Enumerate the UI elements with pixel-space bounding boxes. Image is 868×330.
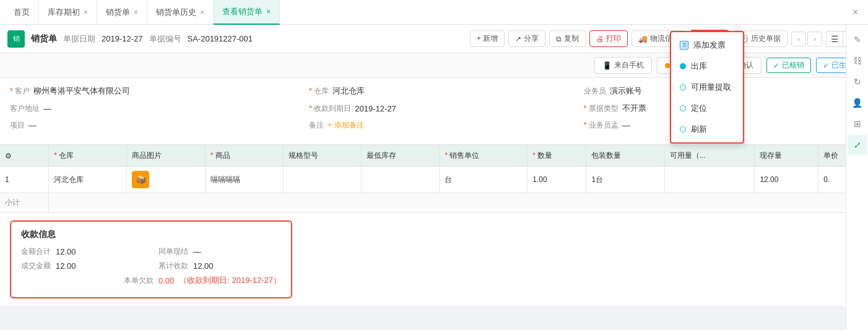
tab-sales-close[interactable]: × <box>134 8 138 17</box>
locate-item[interactable]: 定位 <box>671 98 743 119</box>
sidebar-link-button[interactable]: ⛓ <box>848 51 867 71</box>
nav-arrows: ‹ › <box>791 32 822 46</box>
sidebar-edit-button[interactable]: ✎ <box>848 30 867 50</box>
window-close-button[interactable]: × <box>848 7 863 18</box>
tab-view-sales[interactable]: 查看销货单 × <box>214 0 280 25</box>
staff-value: 演示账号 <box>610 85 642 97</box>
subtotal-label-cell: 小计 <box>0 193 49 213</box>
doc-type-label: 销货单 <box>31 33 57 45</box>
phone-icon: 📱 <box>602 61 612 70</box>
cell-image: 📦 <box>127 167 205 193</box>
locate-icon <box>680 105 686 111</box>
date-value: 2019-12-27 <box>102 34 143 43</box>
effective-check-icon: ✓ <box>823 61 829 70</box>
address-label: 客户地址 <box>10 103 40 114</box>
copy-button[interactable]: ⧉ 复制 <box>549 30 586 47</box>
payment-date-value: 2019-12-27 <box>355 104 396 113</box>
add-invoice-item[interactable]: 票 添加发票 <box>671 35 743 56</box>
ticket-type-label: 票据类型 <box>584 103 618 114</box>
transaction-amount-value: 12.00 <box>56 261 76 271</box>
tab-home[interactable]: 首页 <box>5 0 39 25</box>
from-phone-button[interactable]: 📱 来自手机 <box>594 57 652 74</box>
cell-spec <box>283 167 361 193</box>
sidebar-expand-button[interactable]: ⤢ <box>848 135 867 155</box>
sidebar-reload-button[interactable]: ↻ <box>848 72 867 92</box>
note-label: 备注 <box>309 120 324 131</box>
project-label: 项目 <box>10 120 25 131</box>
invoice-icon: 票 <box>680 41 688 50</box>
transaction-amount-label: 成交金额 <box>21 261 51 271</box>
refresh-icon <box>680 126 686 132</box>
cell-no: 1 <box>0 167 49 193</box>
amount-total-value: 12.00 <box>56 247 76 256</box>
list-view-button[interactable]: ☰ <box>826 31 843 47</box>
tab-sales[interactable]: 销货单 × <box>97 0 147 25</box>
sales-staff-label: 业务员盂 <box>584 120 618 131</box>
check-icon: ✓ <box>773 61 779 70</box>
cumulative-value: 12.00 <box>193 261 214 271</box>
cell-warehouse: 河北仓库 <box>49 167 127 193</box>
sales-staff-value: — <box>622 121 630 130</box>
tab-sales-history[interactable]: 销货单历史 × <box>147 0 214 25</box>
col-quantity: 数量 <box>527 145 586 167</box>
orange-dot-icon <box>665 63 670 68</box>
operations-dropdown: 票 添加发票 出库 可用量提取 定位 刷新 <box>670 31 744 144</box>
prev-arrow[interactable]: ‹ <box>791 32 806 46</box>
cumulative-collection-field: 累计收款 12.00 <box>158 261 281 271</box>
next-arrow[interactable]: › <box>807 32 822 46</box>
print-button[interactable]: 🖨 打印 <box>589 30 628 47</box>
table-container: ⚙ 仓库 商品图片 商品 规格型号 最低库存 销售单位 数量 包装数量 可用量（… <box>0 145 868 213</box>
address-field: 客户地址 — <box>10 103 284 114</box>
tab-view-sales-close[interactable]: × <box>266 7 271 16</box>
share-button[interactable]: ↗ 分享 <box>508 30 545 47</box>
note-field: 备注 + 添加备注 <box>309 120 583 131</box>
bottom-section: 收款信息 金额合计 12.00 同单现结 — 成交金额 12.00 累计收款 <box>0 213 868 306</box>
share-icon: ↗ <box>515 35 521 43</box>
sidebar-table-button[interactable]: ⊞ <box>848 114 867 134</box>
payment-date-label: 收款到期日 <box>309 103 351 114</box>
payment-info-panel: 收款信息 金额合计 12.00 同单现结 — 成交金额 12.00 累计收款 <box>10 220 292 298</box>
address-value: — <box>43 104 51 113</box>
customer-field: 客户 柳州粤港平安气体有限公司 <box>10 85 284 97</box>
available-qty-item[interactable]: 可用量提取 <box>671 77 743 98</box>
current-debt-value: 0.00 <box>158 276 174 285</box>
truck-icon: 🚚 <box>638 35 648 43</box>
cell-min-stock <box>362 167 440 193</box>
col-pack-qty: 包装数量 <box>586 145 664 167</box>
ticket-type-value: 不开票 <box>622 103 646 114</box>
col-image: 商品图片 <box>127 145 205 167</box>
cell-pack-qty: 1台 <box>586 167 664 193</box>
product-thumbnail: 📦 <box>132 171 149 188</box>
table-header-row: ⚙ 仓库 商品图片 商品 规格型号 最低库存 销售单位 数量 包装数量 可用量（… <box>0 145 868 167</box>
table-row: 1 河北仓库 📦 嗝嗝嗝嗝 台 1.00 1台 12.00 0. <box>0 167 868 193</box>
subtotal-empty-1 <box>49 193 868 213</box>
tab-inventory-close[interactable]: × <box>84 8 88 17</box>
outbound-item[interactable]: 出库 <box>671 56 743 77</box>
current-debt-label: 本单欠款 <box>124 276 154 286</box>
refresh-item[interactable]: 刷新 <box>671 119 743 140</box>
payment-row-2: 成交金额 12.00 累计收款 12.00 <box>21 261 281 271</box>
tab-inventory[interactable]: 库存期初 × <box>39 0 97 25</box>
col-warehouse: 仓库 <box>49 145 127 167</box>
debt-note: （收款到期日: 2019-12-27） <box>179 275 281 286</box>
col-settings: ⚙ <box>0 145 49 167</box>
number-label: 单据编号 <box>149 33 181 45</box>
outbound-icon <box>680 63 686 69</box>
cell-available <box>664 167 755 193</box>
cell-unit: 台 <box>440 167 527 193</box>
customer-label: 客户 <box>10 86 30 97</box>
project-field: 项目 — <box>10 120 284 131</box>
payment-info-title: 收款信息 <box>21 229 281 240</box>
sold-badge: ✓ 已核销 <box>766 58 811 73</box>
print-icon: 🖨 <box>596 35 604 43</box>
tab-bar: 首页 库存期初 × 销货单 × 销货单历史 × 查看销货单 × × <box>0 0 868 25</box>
transaction-amount-field: 成交金额 12.00 <box>21 261 144 271</box>
sidebar-user-button[interactable]: 👤 <box>848 93 867 113</box>
warehouse-value: 河北仓库 <box>332 85 365 97</box>
number-value: SA-20191227-001 <box>188 34 253 43</box>
add-note-button[interactable]: + 添加备注 <box>328 120 363 131</box>
doc-title-area: 销 销货单 单据日期 2019-12-27 单据编号 SA-20191227-0… <box>7 30 253 48</box>
new-button[interactable]: + 新增 <box>470 30 505 47</box>
cell-product: 嗝嗝嗝嗝 <box>205 167 283 193</box>
tab-sales-history-close[interactable]: × <box>200 8 204 17</box>
